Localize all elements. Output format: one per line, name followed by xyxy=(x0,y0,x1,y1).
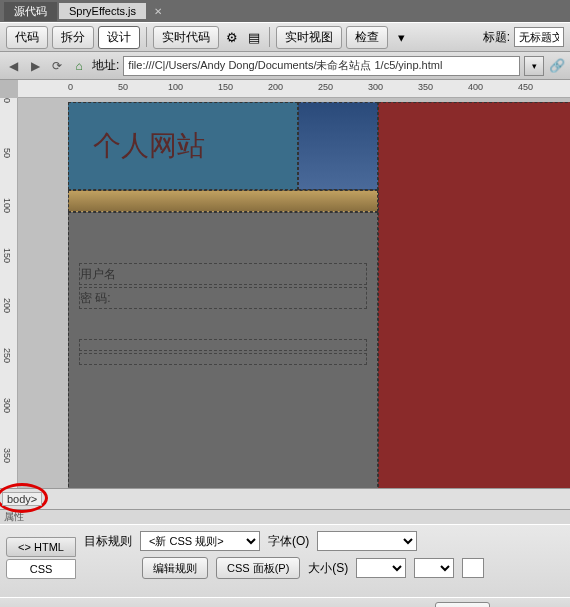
live-view-button[interactable]: 实时视图 xyxy=(276,26,342,49)
html-tab[interactable]: <> HTML xyxy=(6,537,76,557)
source-tab[interactable]: 源代码 xyxy=(4,2,57,21)
css-tab[interactable]: CSS xyxy=(6,559,76,579)
inspect-button[interactable]: 检查 xyxy=(346,26,388,49)
font-label: 字体(O) xyxy=(268,533,309,550)
css-panel-button[interactable]: CSS 面板(P) xyxy=(216,557,300,579)
font-select[interactable] xyxy=(317,531,417,551)
target-rule-select[interactable]: <新 CSS 规则> xyxy=(140,531,260,551)
password-input[interactable] xyxy=(140,290,366,306)
live-code-button[interactable]: 实时代码 xyxy=(153,26,219,49)
target-rule-label: 目标规则 xyxy=(84,533,132,550)
main-content[interactable]: 用户名 密 码: xyxy=(68,212,378,488)
row-divider xyxy=(79,353,367,365)
size-label: 大小(S) xyxy=(308,560,348,577)
page-properties-button[interactable]: 页面属 xyxy=(435,602,490,608)
file-tab[interactable]: SpryEffects.js xyxy=(59,3,146,19)
home-icon[interactable]: ⌂ xyxy=(70,57,88,75)
tag-body[interactable]: body> xyxy=(2,492,42,506)
design-view-button[interactable]: 设计 xyxy=(98,26,140,49)
separator xyxy=(269,27,270,47)
toggle-icon-1[interactable]: ⚙ xyxy=(223,28,241,46)
address-input[interactable] xyxy=(123,56,520,76)
password-row[interactable]: 密 码: xyxy=(79,287,367,309)
unit-select[interactable] xyxy=(414,558,454,578)
back-icon[interactable]: ◀ xyxy=(4,57,22,75)
horizontal-ruler: 0 50 100 150 200 250 300 350 400 450 xyxy=(18,80,570,98)
properties-label: 属性 xyxy=(0,510,570,524)
address-dropdown-icon[interactable]: ▾ xyxy=(524,56,544,76)
code-view-button[interactable]: 代码 xyxy=(6,26,48,49)
title-label: 标题: xyxy=(483,29,510,46)
vertical-ruler: 0 50 100 150 200 250 300 350 xyxy=(0,98,18,488)
row-divider xyxy=(79,339,367,351)
edit-rule-button[interactable]: 编辑规则 xyxy=(142,557,208,579)
title-input[interactable] xyxy=(514,27,564,47)
sidebar-panel[interactable] xyxy=(378,102,570,488)
options-icon[interactable]: ▾ xyxy=(392,28,410,46)
username-label: 用户名 xyxy=(80,266,140,283)
link-icon[interactable]: 🔗 xyxy=(548,57,566,75)
banner-title: 个人网站 xyxy=(93,127,205,165)
address-label: 地址: xyxy=(92,57,119,74)
password-label: 密 码: xyxy=(80,290,140,307)
username-row[interactable]: 用户名 xyxy=(79,263,367,285)
toggle-icon-2[interactable]: ▤ xyxy=(245,28,263,46)
username-input[interactable] xyxy=(140,266,366,282)
close-tab-icon[interactable]: ✕ xyxy=(154,6,162,17)
split-view-button[interactable]: 拆分 xyxy=(52,26,94,49)
nav-bar[interactable] xyxy=(68,190,378,212)
refresh-icon[interactable]: ⟳ xyxy=(48,57,66,75)
banner-image[interactable] xyxy=(298,102,378,190)
color-swatch[interactable] xyxy=(462,558,484,578)
design-canvas[interactable]: 个人网站 用户名 密 码: xyxy=(18,98,570,488)
banner-header[interactable]: 个人网站 xyxy=(68,102,298,190)
size-select[interactable] xyxy=(356,558,406,578)
forward-icon[interactable]: ▶ xyxy=(26,57,44,75)
separator xyxy=(146,27,147,47)
